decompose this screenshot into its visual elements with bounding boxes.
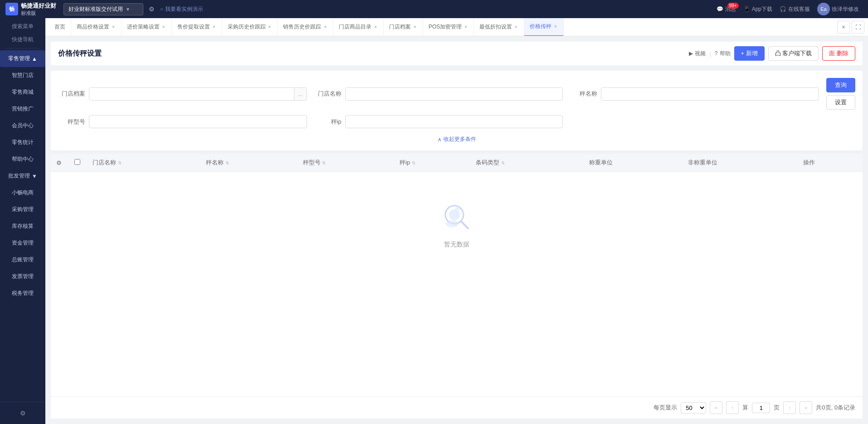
- phone-icon: 📱: [743, 6, 750, 12]
- collapse-button[interactable]: ∧ 收起更多条件: [438, 135, 476, 143]
- tab-purchase-history[interactable]: 采购历史价跟踪 ×: [222, 18, 278, 36]
- page-number-input[interactable]: [752, 403, 770, 413]
- logo-icon: 畅: [5, 3, 18, 15]
- page-header: 价格传秤设置 ▶ 视频 | ? 帮助 + 新增 凸 客户端下载 面: [51, 42, 863, 65]
- first-page-btn[interactable]: «: [710, 401, 722, 414]
- settings-filter-button[interactable]: 设置: [826, 95, 855, 110]
- svg-line-2: [461, 222, 468, 228]
- sort-icon: ⇅: [225, 160, 229, 165]
- sidebar-item-marketing[interactable]: 营销推广: [0, 101, 45, 117]
- tabs-bar-end: × ⛶: [837, 21, 864, 34]
- store-file-input[interactable]: [89, 88, 294, 100]
- app-logo: 畅 畅捷通好业财 标准版: [5, 2, 56, 17]
- video-link[interactable]: ▶ 视频: [689, 50, 706, 58]
- tab-close-store-catalog[interactable]: ×: [373, 24, 378, 30]
- version-text: 好业财标准版交付试用: [68, 5, 123, 13]
- add-button[interactable]: + 新增: [734, 46, 765, 61]
- scale-ip-label: 秤ip: [314, 118, 341, 126]
- per-page-select[interactable]: 50 10 20 100: [681, 402, 706, 414]
- tab-close-sale-pickup[interactable]: ×: [212, 24, 216, 30]
- tab-purchase-strategy[interactable]: 进价策略设置 ×: [122, 18, 172, 36]
- query-button[interactable]: 查询: [826, 78, 855, 92]
- tab-close-purchase-strategy[interactable]: ×: [161, 24, 166, 30]
- sort-icon: ⇅: [501, 160, 505, 165]
- tab-sale-history[interactable]: 销售历史价跟踪 ×: [278, 18, 333, 36]
- sidebar-item-smart-store[interactable]: 智慧门店: [0, 67, 45, 84]
- sidebar-item-member[interactable]: 会员中心: [0, 117, 45, 134]
- tab-close-pos-manage[interactable]: ×: [463, 24, 468, 30]
- tab-close-price-settings[interactable]: ×: [111, 24, 116, 30]
- page-content: 价格传秤设置 ▶ 视频 | ? 帮助 + 新增 凸 客户端下载 面: [45, 36, 868, 424]
- scale-model-input[interactable]: [89, 115, 307, 128]
- sidebar-item-purchase[interactable]: 采购管理: [0, 201, 45, 218]
- online-service-btn[interactable]: 🎧 在线客服: [780, 5, 810, 13]
- sidebar-item-invoice[interactable]: 发票管理: [0, 268, 45, 285]
- sort-icon: ⇅: [118, 160, 122, 165]
- app-download-btn[interactable]: 📱 App下载: [743, 5, 772, 13]
- tab-close-store-file[interactable]: ×: [413, 24, 417, 30]
- sidebar-item-help[interactable]: 帮助中心: [0, 151, 45, 168]
- empty-state: 暂无数据: [51, 172, 863, 276]
- per-page-label: 每页显示: [653, 404, 677, 412]
- demo-link[interactable]: ○ 我要看实例演示: [160, 5, 203, 13]
- sidebar-item-finance[interactable]: 资金管理: [0, 235, 45, 251]
- delete-button[interactable]: 面 删除: [822, 46, 855, 61]
- sidebar-quick-nav[interactable]: 快捷导航: [0, 33, 45, 46]
- chevron-down-icon: ▼: [126, 7, 130, 12]
- messages-badge: 99+: [727, 3, 739, 9]
- tab-close-all-btn[interactable]: ×: [837, 21, 850, 34]
- scale-name-label: 秤名称: [570, 90, 597, 98]
- empty-text: 暂无数据: [444, 241, 469, 249]
- user-profile-btn[interactable]: Ea 徐泽华修改: [817, 3, 859, 15]
- next-page-btn[interactable]: ›: [783, 401, 796, 414]
- version-selector[interactable]: 好业财标准版交付试用 ▼: [63, 3, 143, 15]
- logo-main-text: 畅捷通好业财: [21, 2, 56, 10]
- sidebar-search[interactable]: 搜索菜单: [0, 18, 45, 33]
- table-header-row: ⚙ 门店名称 ⇅ 秤名称: [51, 154, 863, 172]
- tab-close-min-discount[interactable]: ×: [514, 24, 518, 30]
- store-name-input[interactable]: [345, 87, 563, 101]
- last-page-btn[interactable]: »: [800, 401, 812, 414]
- sidebar-item-inventory[interactable]: 库存核算: [0, 218, 45, 235]
- tab-price-transfer[interactable]: 价格传秤 ×: [524, 18, 564, 36]
- tab-store-catalog[interactable]: 门店商品目录 ×: [333, 18, 384, 36]
- store-file-ellipsis[interactable]: ...: [294, 88, 307, 100]
- tab-expand-btn[interactable]: ⛶: [852, 21, 864, 34]
- sidebar-item-retail-mall[interactable]: 零售商城: [0, 84, 45, 101]
- table-settings-icon[interactable]: ⚙: [56, 159, 62, 166]
- tab-sale-pickup[interactable]: 售价提取设置 ×: [172, 18, 222, 36]
- sidebar-item-retail[interactable]: 零售管理 ▲: [0, 50, 45, 67]
- col-checkbox: [69, 154, 87, 172]
- top-bar: 畅 畅捷通好业财 标准版 好业财标准版交付试用 ▼ ⚙ ○ 我要看实例演示 💬 …: [0, 0, 868, 18]
- prev-page-btn[interactable]: ‹: [726, 401, 739, 414]
- sidebar-item-wholesale[interactable]: 批发管理 ▼: [0, 168, 45, 184]
- scale-ip-input[interactable]: [345, 115, 563, 128]
- messages-btn[interactable]: 💬 消息 99+: [717, 5, 736, 13]
- sidebar-item-tax[interactable]: 税务管理: [0, 285, 45, 302]
- message-icon: 💬: [717, 6, 723, 12]
- tab-store-file[interactable]: 门店档案 ×: [384, 18, 423, 36]
- filter-store-name: 门店名称: [314, 87, 563, 101]
- filter-row-1: 门店档案 ... 门店名称 秤名称: [58, 78, 855, 110]
- tab-pos-manage[interactable]: POS加密管理 ×: [423, 18, 474, 36]
- pagination-bar: 每页显示 50 10 20 100 « ‹ 算 页 › » 共0页, 0条记录: [51, 396, 863, 419]
- sidebar-item-general-ledger[interactable]: 总账管理: [0, 251, 45, 268]
- tab-close-sale-history[interactable]: ×: [323, 24, 327, 30]
- tab-home[interactable]: 首页: [49, 18, 71, 36]
- col-scale-ip: 秤ip ⇅: [394, 154, 470, 172]
- scale-name-input[interactable]: [601, 87, 819, 101]
- tab-price-settings[interactable]: 商品价格设置 ×: [71, 18, 122, 36]
- version-settings-icon[interactable]: ⚙: [147, 4, 156, 14]
- tab-close-price-transfer[interactable]: ×: [553, 24, 558, 29]
- collapse-row: ∧ 收起更多条件: [58, 134, 855, 143]
- filter-section: 门店档案 ... 门店名称 秤名称: [51, 71, 863, 150]
- tab-close-purchase-history[interactable]: ×: [268, 24, 272, 30]
- sidebar-item-small-ecom[interactable]: 小畅电商: [0, 184, 45, 201]
- sidebar-settings-icon[interactable]: ⚙: [0, 406, 45, 420]
- select-all-checkbox[interactable]: [74, 159, 80, 165]
- help-link[interactable]: ? 帮助: [715, 50, 731, 58]
- download-button[interactable]: 凸 客户端下载: [768, 46, 819, 61]
- sidebar-item-retail-stats[interactable]: 零售统计: [0, 134, 45, 151]
- total-info: 共0页, 0条记录: [816, 404, 855, 412]
- tab-min-discount[interactable]: 最低折扣设置 ×: [474, 18, 524, 36]
